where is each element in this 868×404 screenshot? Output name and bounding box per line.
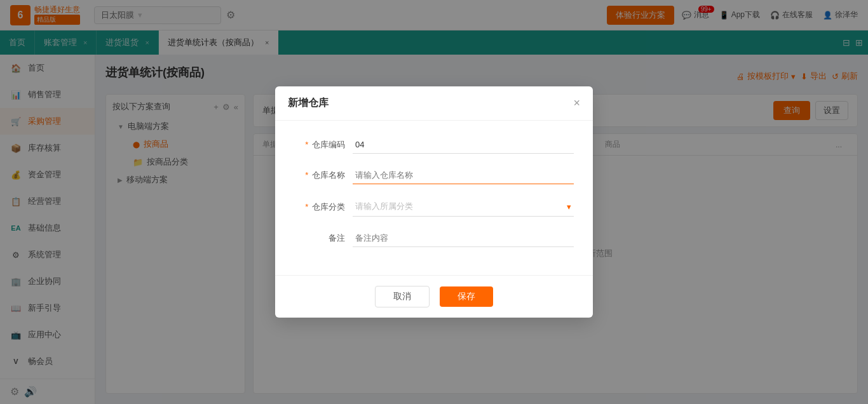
modal-close-button[interactable]: × (573, 97, 580, 110)
dropdown-arrow-icon: ▾ (567, 202, 571, 212)
warehouse-category-label: * 仓库分类 (294, 201, 345, 213)
warehouse-name-input[interactable] (353, 166, 574, 184)
warehouse-remark-row: 备注 (294, 229, 574, 247)
warehouse-remark-label: 备注 (294, 232, 345, 244)
required-star-1: * (305, 140, 308, 149)
warehouse-code-row: * 仓库编码 (294, 136, 574, 154)
modal-overlay: 新增仓库 × * 仓库编码 * 仓库名称 (0, 0, 868, 404)
modal-footer: 取消 保存 (275, 275, 593, 318)
warehouse-code-label: * 仓库编码 (294, 139, 345, 151)
warehouse-code-input[interactable] (353, 136, 574, 154)
save-button[interactable]: 保存 (440, 286, 493, 307)
cancel-button[interactable]: 取消 (375, 286, 430, 307)
category-placeholder: 请输入所属分类 (355, 201, 413, 212)
warehouse-remark-input[interactable] (353, 229, 574, 247)
warehouse-name-row: * 仓库名称 (294, 166, 574, 184)
modal-header: 新增仓库 × (275, 86, 593, 121)
modal-body: * 仓库编码 * 仓库名称 * 仓库分类 请输入 (275, 121, 593, 275)
warehouse-category-row: * 仓库分类 请输入所属分类 ▾ (294, 197, 574, 217)
modal-title: 新增仓库 (288, 97, 329, 110)
warehouse-category-dropdown[interactable]: 请输入所属分类 ▾ (353, 197, 574, 217)
warehouse-name-label: * 仓库名称 (294, 170, 345, 181)
required-star-3: * (305, 202, 308, 212)
new-warehouse-modal: 新增仓库 × * 仓库编码 * 仓库名称 (275, 86, 593, 318)
required-star-2: * (305, 170, 308, 180)
